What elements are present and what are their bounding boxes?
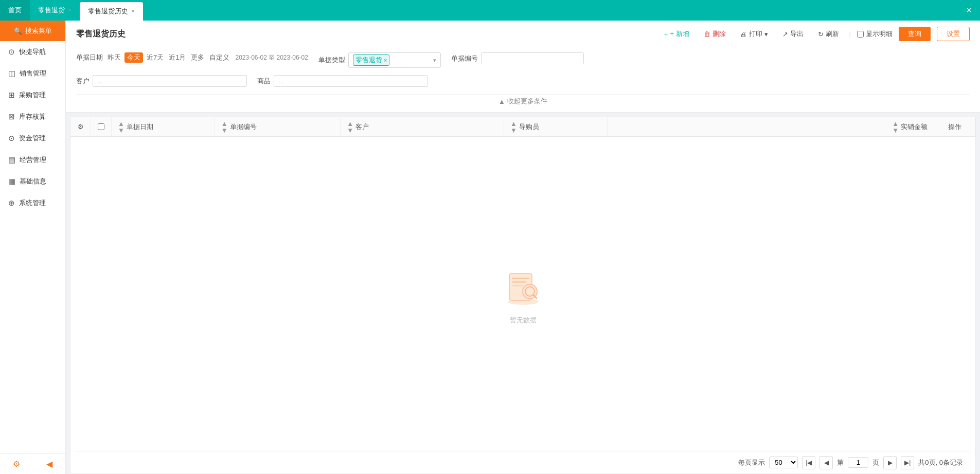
sidebar-item-basic-info-label: 基础信息 — [20, 177, 46, 186]
top-bar-close[interactable]: × — [958, 5, 980, 16]
collapse-label: 收起更多条件 — [507, 97, 547, 106]
content-area: 零售退货历史 + + 新增 🗑 删除 🖨 打印 ▾ — [66, 21, 980, 474]
pagination: 每页显示 50 10 20 100 |◀ ◀ 第 页 ▶ ▶| 共0页, 0条记… — [75, 451, 971, 473]
th-date-label: 单据日期 — [127, 122, 153, 132]
customer-dots: ... — [97, 77, 103, 85]
date-opt-more[interactable]: 更多 — [189, 52, 206, 63]
print-arrow: ▾ — [764, 30, 768, 38]
collapse-icon[interactable]: ◀ — [46, 459, 52, 469]
page-prev-button[interactable]: ◀ — [819, 456, 833, 469]
tabs-container: 首页 零售退货 × 零售退货历史 × — [0, 0, 958, 21]
collapse-icon: ▲ — [498, 98, 505, 105]
tab-home[interactable]: 首页 — [0, 0, 30, 21]
ops-mgmt-icon: ▤ — [8, 155, 15, 165]
th-action-label: 操作 — [948, 122, 961, 132]
date-opt-custom[interactable]: 自定义 — [208, 52, 231, 63]
date-opt-yesterday[interactable]: 昨天 — [106, 52, 122, 63]
th-guide-sort: ▲▼ — [510, 120, 517, 134]
sidebar-item-ops-mgmt[interactable]: ▤ 经营管理 — [0, 149, 65, 171]
tab-retail-return-history-close[interactable]: × — [131, 8, 135, 15]
th-guide[interactable]: ▲▼ 导购员 — [504, 117, 608, 136]
th-number[interactable]: ▲▼ 单据编号 — [215, 117, 341, 136]
svg-rect-2 — [512, 278, 529, 279]
th-amount[interactable]: ▲▼ 实销金额 — [846, 117, 934, 136]
svg-rect-3 — [512, 281, 526, 283]
th-settings[interactable]: ⚙ — [70, 117, 91, 136]
voucher-type-tag-text: 零售退货 — [355, 56, 382, 65]
delete-icon: 🗑 — [704, 30, 710, 38]
sidebar: 🔍 搜索菜单 ⊙ 快捷导航 ◫ 销售管理 ⊞ 采购管理 ⊠ 库存核算 ⊙ 资金管… — [0, 21, 66, 474]
empty-text: 暂无数据 — [510, 316, 537, 325]
finance-mgmt-icon: ⊙ — [8, 134, 15, 143]
sidebar-item-purchase-mgmt[interactable]: ⊞ 采购管理 — [0, 84, 65, 106]
filter-date: 单据日期 昨天 今天 近7天 近1月 更多 自定义 2023-06-02 至 2… — [76, 52, 308, 63]
collapse-bar[interactable]: ▲ 收起更多条件 — [76, 94, 970, 108]
sidebar-item-quick-nav[interactable]: ⊙ 快捷导航 — [0, 41, 65, 63]
main-layout: 🔍 搜索菜单 ⊙ 快捷导航 ◫ 销售管理 ⊞ 采购管理 ⊠ 库存核算 ⊙ 资金管… — [0, 21, 980, 474]
th-guide-label: 导购员 — [519, 122, 539, 132]
sidebar-item-inventory-check[interactable]: ⊠ 库存核算 — [0, 106, 65, 127]
date-opt-7days[interactable]: 近7天 — [145, 52, 165, 63]
page-header: 零售退货历史 + + 新增 🗑 删除 🖨 打印 ▾ — [66, 21, 980, 113]
date-range-display: 2023-06-02 至 2023-06-02 — [235, 53, 308, 62]
set-button[interactable]: 设置 — [937, 27, 970, 41]
page-title: 零售退货历史 — [76, 29, 126, 40]
sidebar-item-sales-mgmt-label: 销售管理 — [20, 69, 46, 78]
new-button[interactable]: + + 新增 — [660, 27, 693, 41]
sidebar-bottom: ⚙ ◀ — [0, 453, 65, 474]
th-customer-sort: ▲▼ — [347, 120, 353, 134]
page-size-select[interactable]: 50 10 20 100 — [769, 457, 798, 468]
page-next-button[interactable]: ▶ — [883, 456, 897, 469]
tab-retail-return-close[interactable]: × — [68, 7, 72, 14]
sidebar-item-basic-info[interactable]: ▦ 基础信息 — [0, 171, 65, 192]
sidebar-item-inventory-check-label: 库存核算 — [19, 112, 46, 121]
refresh-button[interactable]: ↻ 刷新 — [814, 27, 843, 41]
date-opt-today[interactable]: 今天 — [124, 52, 143, 63]
new-label: + 新增 — [670, 29, 689, 39]
th-date[interactable]: ▲▼ 单据日期 — [112, 117, 215, 136]
select-all-checkbox[interactable] — [98, 123, 104, 130]
th-customer-label: 客户 — [355, 122, 369, 132]
tab-retail-return-label: 零售退货 — [38, 6, 65, 15]
display-detail-input[interactable] — [857, 31, 864, 38]
tab-retail-return-history[interactable]: 零售退货历史 × — [80, 2, 143, 21]
page-input[interactable] — [848, 457, 868, 468]
voucher-type-tag-remove[interactable]: × — [384, 57, 387, 63]
top-bar: 首页 零售退货 × 零售退货历史 × × — [0, 0, 980, 21]
th-checkbox[interactable] — [91, 117, 112, 136]
sidebar-item-finance-mgmt[interactable]: ⊙ 资金管理 — [0, 127, 65, 149]
search-icon: 🔍 — [14, 27, 22, 35]
page-suffix: 页 — [872, 458, 879, 467]
total-label: 共0页, 0条记录 — [918, 458, 963, 467]
filter-customer-input[interactable]: ... — [93, 75, 247, 87]
sidebar-item-purchase-mgmt-label: 采购管理 — [19, 90, 46, 100]
filter-goods-label: 商品 — [257, 77, 271, 86]
empty-state: 暂无数据 — [70, 137, 975, 451]
export-button[interactable]: ↗ 导出 — [778, 27, 808, 41]
query-button[interactable]: 查询 — [899, 27, 931, 41]
delete-button[interactable]: 🗑 删除 — [700, 27, 730, 41]
date-opt-1month[interactable]: 近1月 — [167, 52, 187, 63]
filter-row-2: 客户 ... 商品 ... — [76, 75, 970, 90]
page-last-button[interactable]: ▶| — [901, 456, 914, 469]
purchase-mgmt-icon: ⊞ — [8, 90, 15, 100]
sidebar-search[interactable]: 🔍 搜索菜单 — [0, 21, 65, 41]
filter-voucher-type-label: 单据类型 — [318, 56, 345, 65]
tab-home-label: 首页 — [8, 6, 22, 15]
tab-retail-return[interactable]: 零售退货 × — [30, 0, 80, 21]
page-first-button[interactable]: |◀ — [802, 456, 815, 469]
filter-goods-input[interactable]: ... — [274, 75, 428, 87]
display-detail-checkbox[interactable]: 显示明细 — [857, 29, 893, 39]
settings-icon[interactable]: ⚙ — [13, 459, 20, 469]
table-header: ⚙ ▲▼ 单据日期 ▲▼ 单据编号 — [70, 117, 975, 137]
export-label: 导出 — [790, 29, 804, 39]
tab-retail-return-history-label: 零售退货历史 — [88, 7, 128, 16]
th-customer[interactable]: ▲▼ 客户 — [341, 117, 504, 136]
filter-voucher-no-input[interactable] — [481, 52, 584, 64]
print-button[interactable]: 🖨 打印 ▾ — [736, 27, 772, 41]
filter-voucher-type-select[interactable]: 零售退货 × ▾ — [348, 52, 441, 68]
display-detail-label: 显示明细 — [866, 29, 893, 39]
toolbar-divider: | — [849, 30, 851, 38]
sidebar-item-system-mgmt[interactable]: ⊛ 系统管理 — [0, 192, 65, 214]
sidebar-item-sales-mgmt[interactable]: ◫ 销售管理 — [0, 63, 65, 84]
